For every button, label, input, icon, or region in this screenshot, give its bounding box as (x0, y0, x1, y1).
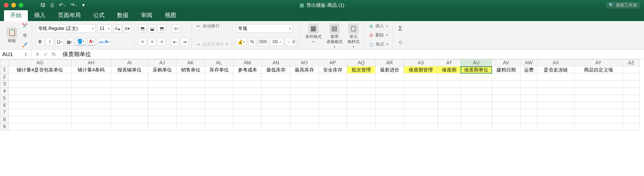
cell-AJ5[interactable] (148, 95, 176, 102)
cell-AG3[interactable] (9, 81, 71, 88)
cell-AJ9[interactable] (148, 123, 176, 130)
col-header-AT[interactable]: AT (438, 60, 461, 66)
namebox-stepper[interactable]: ▲▼ (24, 52, 27, 57)
cell-AG7[interactable] (9, 109, 71, 116)
row-header-4[interactable]: 4 (0, 88, 9, 95)
cell-AW3[interactable] (520, 81, 537, 88)
cell-AH2[interactable] (71, 73, 111, 81)
qat-more-icon[interactable]: ▾ (82, 2, 85, 8)
col-header-AZ[interactable]: AZ (623, 60, 640, 66)
cell-AM8[interactable] (233, 116, 262, 123)
cell-AX1[interactable]: 是否走冻链 (537, 66, 574, 73)
cell-AQ4[interactable] (347, 88, 375, 95)
zoom-window[interactable] (19, 3, 23, 7)
cell-AH6[interactable] (71, 102, 111, 109)
cell-AQ6[interactable] (347, 102, 375, 109)
col-header-AN[interactable]: AN (262, 60, 290, 66)
cell-AM4[interactable] (233, 88, 262, 95)
copy-icon[interactable]: ⧉ (20, 31, 29, 39)
cut-icon[interactable]: ✂️ (20, 22, 29, 30)
format-table-button[interactable]: ▤ 套用 表格格式 (325, 23, 344, 49)
cell-AV6[interactable] (492, 102, 520, 109)
cell-AM2[interactable] (233, 73, 262, 81)
cell-AK9[interactable] (176, 123, 205, 130)
cell-AN1[interactable]: 最低库存 (262, 66, 290, 73)
col-header-AR[interactable]: AR (375, 60, 404, 66)
cell-AX2[interactable] (537, 73, 574, 81)
cell-AV5[interactable] (492, 95, 520, 102)
col-header-AX[interactable]: AX (537, 60, 574, 66)
cell-AP5[interactable] (319, 95, 347, 102)
cell-AJ1[interactable]: 采购单位 (148, 66, 176, 73)
cell-AZ7[interactable] (623, 109, 640, 116)
cell-AY7[interactable] (574, 109, 623, 116)
cell-AN2[interactable] (262, 73, 290, 81)
tab-review[interactable]: 审阅 (135, 9, 159, 21)
cell-AR7[interactable] (375, 109, 404, 116)
tab-page-layout[interactable]: 页面布局 (52, 9, 87, 21)
cell-AR5[interactable] (375, 95, 404, 102)
format-painter-icon[interactable]: 🖌️ (20, 41, 29, 49)
save-icon[interactable]: 🖫 (40, 2, 45, 8)
tab-home[interactable]: 开始 (4, 9, 28, 21)
col-header-AQ[interactable]: AQ (347, 60, 375, 66)
cell-AN7[interactable] (262, 109, 290, 116)
cell-AL2[interactable] (205, 73, 233, 81)
cell-AM5[interactable] (233, 95, 262, 102)
cell-AK1[interactable]: 销售单位 (176, 66, 205, 73)
cell-AW5[interactable] (520, 95, 537, 102)
cell-AH9[interactable] (71, 123, 111, 130)
borders-button[interactable]: ▦ (65, 38, 74, 46)
cell-AO5[interactable] (290, 95, 319, 102)
tab-data[interactable]: 数据 (111, 9, 135, 21)
orientation-icon[interactable]: ⤭ (172, 24, 180, 32)
row-header-1[interactable]: 1 (0, 66, 9, 73)
cell-AZ6[interactable] (623, 102, 640, 109)
tab-view[interactable]: 视图 (159, 9, 182, 21)
cell-AO7[interactable] (290, 109, 319, 116)
cell-AU6[interactable] (461, 102, 492, 109)
cell-AM3[interactable] (233, 81, 262, 88)
indent-decrease-icon[interactable]: ⇤ (171, 38, 179, 46)
cell-AV1[interactable]: 建档日期 (492, 66, 520, 73)
formula-input[interactable]: 保质期单位 (60, 50, 644, 58)
cell-AS1[interactable]: 保质期管理 (404, 66, 438, 73)
cell-AG4[interactable] (9, 88, 71, 95)
cell-AP7[interactable] (319, 109, 347, 116)
cell-AT3[interactable] (438, 81, 461, 88)
font-size-select[interactable]: 11 (97, 24, 112, 33)
cell-AG1[interactable]: 辅计量4是否包装单位 (9, 66, 71, 73)
cell-AR4[interactable] (375, 88, 404, 95)
cell-AP3[interactable] (319, 81, 347, 88)
col-header-AL[interactable]: AL (205, 60, 233, 66)
decrease-font-icon[interactable]: A▾ (123, 24, 132, 32)
cell-AL8[interactable] (205, 116, 233, 123)
cell-AV8[interactable] (492, 116, 520, 123)
tab-formulas[interactable]: 公式 (87, 9, 111, 21)
cell-AS7[interactable] (404, 109, 438, 116)
align-top-icon[interactable]: ⬒ (138, 24, 146, 32)
cell-AI4[interactable] (111, 88, 148, 95)
align-left-icon[interactable]: ≡ (138, 38, 146, 46)
cell-AJ7[interactable] (148, 109, 176, 116)
close-window[interactable] (4, 3, 9, 7)
wrap-text-button[interactable]: ↩︎ 自动换行 (196, 23, 229, 29)
align-middle-icon[interactable]: ⬓ (148, 24, 156, 32)
row-header-3[interactable]: 3 (0, 81, 9, 88)
col-header-AU[interactable]: AU (461, 60, 492, 66)
cell-AP9[interactable] (319, 123, 347, 130)
cell-AQ2[interactable] (347, 73, 375, 81)
cell-AY9[interactable] (574, 123, 623, 130)
cell-AZ3[interactable] (623, 81, 640, 88)
cell-AO3[interactable] (290, 81, 319, 88)
cell-AR9[interactable] (375, 123, 404, 130)
cell-AT7[interactable] (438, 109, 461, 116)
cell-AX6[interactable] (537, 102, 574, 109)
cell-AZ2[interactable] (623, 73, 640, 81)
cell-AW8[interactable] (520, 116, 537, 123)
cell-AY4[interactable] (574, 88, 623, 95)
indent-increase-icon[interactable]: ⇥ (180, 38, 188, 46)
cell-AN8[interactable] (262, 116, 290, 123)
cell-AH8[interactable] (71, 116, 111, 123)
number-format-select[interactable]: 常规 (236, 24, 293, 33)
